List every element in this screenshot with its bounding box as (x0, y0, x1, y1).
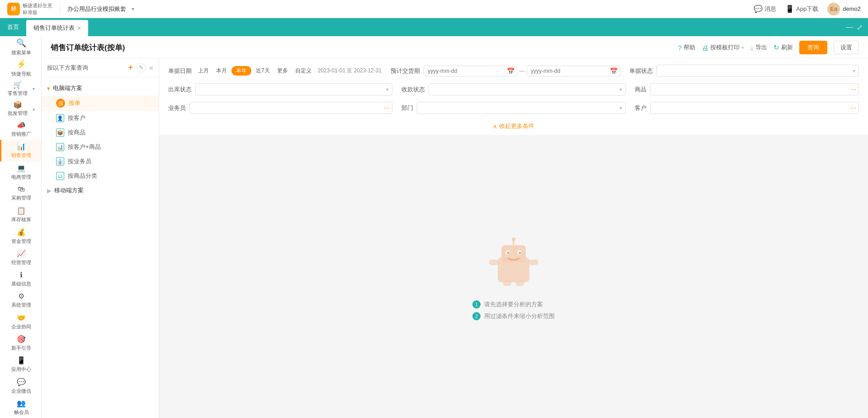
sidebar-label-retail: 零售管理 (8, 90, 28, 97)
collapse-bar[interactable]: ∧ 收起更多条件 (168, 118, 859, 135)
content-with-scheme: 按以下方案查询 + ✎ « ▾ 电脑端方案 (42, 58, 868, 418)
template-print-btn[interactable]: 🖨 按模板打印 ▾ (702, 43, 744, 52)
expected-date-to-input[interactable] (527, 66, 620, 76)
status-label: 单据状态 (629, 67, 653, 75)
sidebar-label-basic: 基础信息 (11, 280, 31, 287)
scheme-item-by-salesperson[interactable]: 👔 按业务员 (42, 154, 159, 169)
scheme-item-by-product-category[interactable]: 🗂 按商品分类 (42, 169, 159, 183)
goods-input-wrap: ··· (650, 83, 859, 95)
status-select[interactable] (656, 65, 859, 77)
salesperson-input[interactable] (189, 102, 392, 114)
inventory-icon: 📋 (17, 206, 26, 215)
user-area[interactable]: Ea demo2 (827, 3, 861, 15)
sidebar-item-apps[interactable]: 📱 应用中心 (0, 354, 41, 375)
sidebar-item-finance[interactable]: 💰 资金管理 (0, 225, 41, 247)
date-btn-more[interactable]: 更多 (274, 66, 291, 76)
tab-close-icon[interactable]: × (77, 25, 81, 31)
scheme-group-pc-header[interactable]: ▾ 电脑端方案 (42, 81, 159, 95)
payment-status-select[interactable] (429, 83, 626, 95)
scheme-collapse-btn[interactable]: « (149, 64, 153, 72)
svg-rect-11 (516, 280, 524, 286)
sidebar-item-purchase[interactable]: 🛍 采购管理 (0, 183, 41, 204)
by-salesperson-label: 按业务员 (68, 157, 91, 166)
logo-line1: 畅捷通好生意 (23, 2, 52, 9)
scheme-item-by-customer-product[interactable]: 📊 按客户+商品 (42, 140, 159, 154)
date-quick-buttons: 上月 本月 本年 近7天 更多 自定义 (195, 66, 314, 76)
sidebar-item-guide[interactable]: 🎯 新手引导 (0, 332, 41, 354)
sidebar-item-sales[interactable]: 📊 销售管理 (0, 140, 41, 161)
sidebar-label-system: 系统管理 (11, 302, 31, 309)
app-dropdown-icon[interactable]: ▾ (132, 6, 134, 12)
expected-date-field: 预计交货期 📅 — 📅 (391, 66, 620, 76)
logo-area: 好 畅捷通好生意 标准版 (7, 2, 52, 15)
scheme-title: 按以下方案查询 (47, 64, 88, 72)
scheme-edit-btn[interactable]: ✎ (137, 63, 146, 72)
sidebar-item-enterprise[interactable]: 🤝 企业协同 (0, 311, 41, 332)
sidebar-item-member[interactable]: 👥 畅会员 (0, 397, 41, 418)
message-action[interactable]: 💬 消息 (754, 5, 776, 13)
pc-group-arrow-icon: ▾ (47, 85, 50, 92)
empty-illustration (484, 233, 543, 291)
tab-home[interactable]: 首页 (0, 18, 26, 36)
date-btn-this-year[interactable]: 本年 (231, 66, 251, 76)
by-prod-cat-icon: 🗂 (56, 172, 64, 180)
export-icon: ↓ (750, 44, 754, 52)
customer-more-icon[interactable]: ··· (850, 104, 856, 112)
goods-more-icon[interactable]: ··· (850, 86, 856, 94)
sidebar-item-retail[interactable]: 🛒 零售管理 ▾ (0, 79, 41, 99)
expected-date-to-wrap: 📅 (527, 66, 620, 76)
sidebar-item-operations[interactable]: 📈 经营管理 (0, 247, 41, 268)
logo-line2: 标准版 (23, 9, 52, 15)
tab-minimize-btn[interactable]: — (846, 23, 853, 31)
sidebar-item-marketing[interactable]: 📣 营销推广 (0, 119, 41, 140)
date-btn-this-month[interactable]: 本月 (213, 66, 230, 76)
date-btn-last-month[interactable]: 上月 (195, 66, 212, 76)
export-label: 导出 (755, 43, 767, 52)
scheme-add-btn[interactable]: + (128, 63, 133, 72)
empty-tips: 1 请先选择要分析的方案 2 用过滤条件来缩小分析范围 (472, 300, 555, 320)
help-btn[interactable]: ? 帮助 (678, 43, 695, 52)
sidebar-item-quick-nav[interactable]: ⚡ 快捷导航 (0, 57, 41, 79)
print-icon: 🖨 (702, 44, 708, 52)
scheme-group-mobile-header[interactable]: ▶ 移动端方案 (42, 183, 159, 198)
dept-field: 部门 ▾ (401, 102, 626, 114)
scheme-item-by-product[interactable]: 📦 按商品 (42, 125, 159, 140)
delivery-status-select[interactable] (195, 83, 392, 95)
expected-date-from-input[interactable] (424, 66, 517, 76)
sidebar-label-marketing: 营销推广 (11, 131, 31, 138)
tab-maximize-btn[interactable]: ⤢ (857, 23, 863, 32)
scheme-item-by-order[interactable]: 按 按单 (42, 95, 159, 111)
scheme-tools: + ✎ « (128, 63, 153, 72)
expected-date-range: 📅 — 📅 (424, 66, 620, 76)
sidebar-item-system[interactable]: ⚙ 系统管理 (0, 290, 41, 311)
search-menu-icon: 🔍 (16, 38, 26, 48)
app-download-action[interactable]: 📱 App下载 (785, 5, 818, 13)
customer-input[interactable] (650, 102, 859, 114)
sidebar-item-basic[interactable]: ℹ 基础信息 (0, 268, 41, 290)
settings-btn[interactable]: 设置 (834, 41, 859, 54)
sidebar-item-wechat[interactable]: 💬 企业微信 (0, 375, 41, 396)
refresh-btn[interactable]: ↻ 刷新 (774, 43, 793, 52)
collapse-icon: ∧ (493, 123, 497, 130)
date-btn-custom[interactable]: 自定义 (292, 66, 314, 76)
tab-sales-order[interactable]: 销售订单统计表 × (26, 20, 88, 36)
sidebar-item-inventory[interactable]: 📋 库存核算 (0, 204, 41, 225)
sidebar-label-finance: 资金管理 (11, 238, 31, 245)
by-customer-product-label: 按客户+商品 (68, 143, 101, 151)
goods-input[interactable] (650, 83, 859, 95)
scheme-item-by-customer[interactable]: 👤 按客户 (42, 111, 159, 125)
sidebar-item-search-menu[interactable]: 🔍 搜索菜单 (0, 36, 41, 57)
sidebar-label-quick-nav: 快捷导航 (11, 71, 31, 77)
sidebar-item-wholesale[interactable]: 📦 批发管理 ▴ (0, 99, 41, 119)
tab-home-label: 首页 (7, 23, 19, 31)
salesperson-more-icon[interactable]: ··· (384, 104, 390, 112)
query-btn[interactable]: 查询 (799, 41, 827, 54)
sidebar-item-ecommerce[interactable]: 💻 电商管理 (0, 162, 41, 183)
dept-label: 部门 (401, 104, 413, 112)
svg-rect-8 (489, 260, 499, 265)
svg-point-4 (507, 252, 509, 254)
dept-select[interactable] (417, 102, 626, 114)
date-btn-7days[interactable]: 近7天 (253, 66, 273, 76)
tab-bar: 首页 销售订单统计表 × — ⤢ (0, 18, 868, 36)
export-btn[interactable]: ↓ 导出 (750, 43, 768, 52)
